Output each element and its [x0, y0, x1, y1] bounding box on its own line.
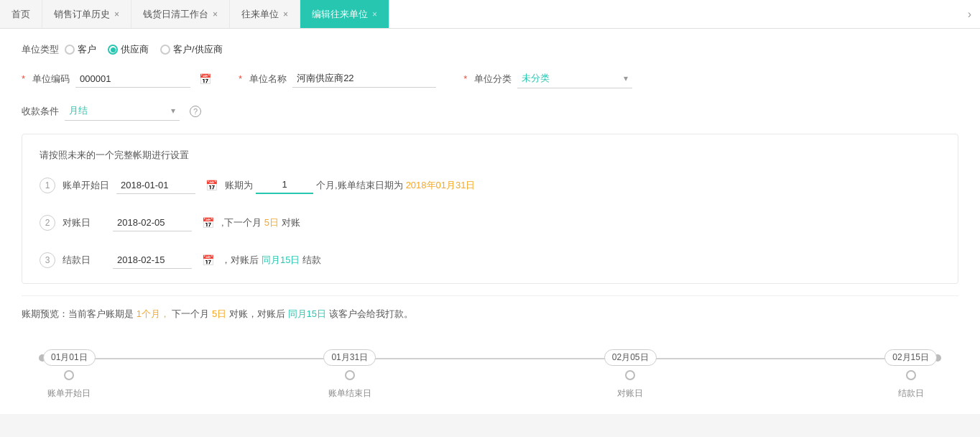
radio-supplier-label: 供应商 [121, 43, 149, 56]
step-1-suffix-before: 账期为 [225, 179, 253, 192]
step-3-calendar-icon[interactable]: 📅 [202, 254, 214, 266]
timeline-date-3: 02月15日 [884, 349, 937, 366]
step-2-suffix-after: 对账 [282, 216, 300, 229]
step-2-label: 对账日 [63, 216, 106, 229]
step-2-suffix-before: ,下一个月 [221, 216, 262, 229]
step-3-suffix-before: ，对账后 [221, 254, 259, 267]
timeline-date-0: 01月01日 [43, 349, 96, 366]
tab-edit-counterparty-label: 编辑往来单位 [312, 8, 368, 21]
step-1-highlight: 2018年01月31日 [406, 179, 476, 192]
timeline-points: 01月01日 账单开始日 01月31日 账单结束日 02月05日 对账日 02月… [43, 349, 937, 400]
unit-code-input[interactable] [75, 70, 190, 88]
tab-counterparty-close[interactable]: × [283, 9, 288, 19]
preview-middle: 下一个月 [172, 308, 209, 319]
unit-type-label: 单位类型 [22, 43, 59, 56]
radio-both[interactable]: 客户/供应商 [160, 43, 223, 56]
tab-edit-counterparty[interactable]: 编辑往来单位 × [300, 0, 389, 28]
unit-info-row: * 单位编码 📅 * 单位名称 * 单位分类 未分类 ▾ [22, 69, 958, 88]
step-3-label: 结款日 [63, 254, 106, 267]
preview-highlight2: 5日 [212, 308, 226, 319]
tab-bar: 首页 销售订单历史 × 钱货日清工作台 × 往来单位 × 编辑往来单位 × › [0, 0, 980, 29]
section-title: 请按照未来的一个完整帐期进行设置 [40, 149, 940, 162]
timeline-circle-3 [906, 370, 916, 380]
unit-category-arrow-icon: ▾ [624, 73, 628, 83]
payment-terms-value: 月结 [69, 104, 171, 117]
step-1-suffix: 账期为 个月,账单结束日期为 2018年01月31日 [225, 176, 475, 194]
tab-sales-history[interactable]: 销售订单历史 × [42, 0, 131, 28]
timeline-circle-0 [64, 370, 74, 380]
step-2-suffix: ,下一个月 5日 对账 [221, 216, 300, 229]
step-1-number: 1 [40, 178, 55, 193]
timeline-point-3: 02月15日 结款日 [884, 349, 937, 400]
timeline-point-2: 02月05日 对账日 [604, 349, 657, 400]
step-1-suffix-after: 个月,账单结束日期为 [316, 179, 403, 192]
step-3-date-input[interactable] [113, 252, 192, 269]
tab-sales-history-label: 销售订单历史 [54, 8, 110, 21]
unit-type-radio-group: 客户 供应商 客户/供应商 [65, 43, 223, 56]
main-content: 单位类型 客户 供应商 客户/供应商 * 单位编码 📅 * 单位名称 * 单位分… [0, 29, 980, 414]
radio-customer-label: 客户 [78, 43, 96, 56]
unit-code-required: * [22, 73, 25, 84]
tab-edit-counterparty-close[interactable]: × [372, 9, 377, 19]
step-1-row: 1 账单开始日 📅 账期为 个月,账单结束日期为 2018年01月31日 [40, 176, 940, 194]
tab-collapse-button[interactable]: › [959, 0, 980, 28]
radio-customer-circle [65, 45, 75, 55]
unit-code-calendar-icon[interactable]: 📅 [199, 73, 211, 85]
timeline-label-2: 对账日 [617, 387, 643, 400]
preview-highlight1: 1个月， [137, 308, 170, 319]
unit-code-label: 单位编码 [32, 73, 70, 86]
period-settings-section: 请按照未来的一个完整帐期进行设置 1 账单开始日 📅 账期为 个月,账单结束日期… [22, 134, 958, 284]
step-3-number: 3 [40, 252, 55, 268]
timeline-label-3: 结款日 [898, 387, 924, 400]
preview-row: 账期预览：当前客户账期是 1个月， 下一个月 5日 对账，对账后 同月15日 该… [22, 295, 958, 335]
radio-customer[interactable]: 客户 [65, 43, 96, 56]
preview-prefix: 账期预览：当前客户账期是 [22, 308, 134, 319]
payment-terms-row: 收款条件 月结 ▾ ? [22, 101, 958, 121]
timeline-point-1: 01月31日 账单结束日 [323, 349, 376, 400]
period-input[interactable] [256, 176, 313, 194]
unit-category-label: 单位分类 [474, 73, 512, 86]
timeline-point-0: 01月01日 账单开始日 [43, 349, 96, 400]
tab-cash-work[interactable]: 钱货日清工作台 × [131, 0, 230, 28]
step-2-calendar-icon[interactable]: 📅 [202, 217, 214, 229]
preview-middle2: 对账，对账后 [229, 308, 285, 319]
unit-name-input[interactable] [292, 70, 436, 88]
step-3-suffix: ，对账后 同月15日 结款 [221, 254, 321, 267]
payment-terms-dropdown[interactable]: 月结 ▾ [65, 101, 180, 121]
tab-home-label: 首页 [11, 8, 30, 21]
tab-counterparty[interactable]: 往来单位 × [230, 0, 300, 28]
timeline-date-1: 01月31日 [323, 349, 376, 366]
unit-name-label: 单位名称 [249, 73, 287, 86]
step-2-highlight: 5日 [264, 216, 279, 229]
preview-suffix: 该客户会给我打款。 [329, 308, 413, 319]
tab-cash-work-close[interactable]: × [213, 9, 218, 19]
step-1-calendar-icon[interactable]: 📅 [205, 180, 218, 191]
tab-sales-history-close[interactable]: × [114, 9, 119, 19]
preview-highlight3: 同月15日 [288, 308, 326, 319]
step-1-label: 账单开始日 [63, 179, 109, 192]
step-2-row: 2 对账日 📅 ,下一个月 5日 对账 [40, 214, 940, 231]
unit-name-required: * [239, 73, 242, 84]
tab-home[interactable]: 首页 [0, 0, 42, 28]
unit-type-row: 单位类型 客户 供应商 客户/供应商 [22, 43, 958, 56]
payment-terms-help-icon[interactable]: ? [190, 106, 201, 117]
timeline-label-1: 账单结束日 [328, 387, 371, 400]
payment-terms-arrow-icon: ▾ [171, 106, 175, 116]
radio-supplier[interactable]: 供应商 [108, 43, 149, 56]
step-2-date-input[interactable] [113, 214, 192, 231]
step-3-suffix-after: 结款 [302, 254, 321, 267]
unit-category-dropdown[interactable]: 未分类 ▾ [517, 69, 632, 88]
timeline-wrap: 01月01日 账单开始日 01月31日 账单结束日 02月05日 对账日 02月… [22, 342, 958, 400]
step-3-highlight: 同月15日 [262, 254, 300, 267]
step-1-date-input[interactable] [116, 177, 195, 194]
unit-category-value: 未分类 [522, 72, 624, 85]
timeline-circle-1 [345, 370, 355, 380]
step-3-row: 3 结款日 📅 ，对账后 同月15日 结款 [40, 252, 940, 269]
tab-counterparty-label: 往来单位 [241, 8, 279, 21]
timeline-date-2: 02月05日 [604, 349, 657, 366]
radio-both-circle [160, 45, 170, 55]
unit-category-required: * [463, 73, 467, 84]
step-2-number: 2 [40, 215, 55, 231]
payment-terms-label: 收款条件 [22, 105, 59, 118]
radio-both-label: 客户/供应商 [173, 43, 223, 56]
